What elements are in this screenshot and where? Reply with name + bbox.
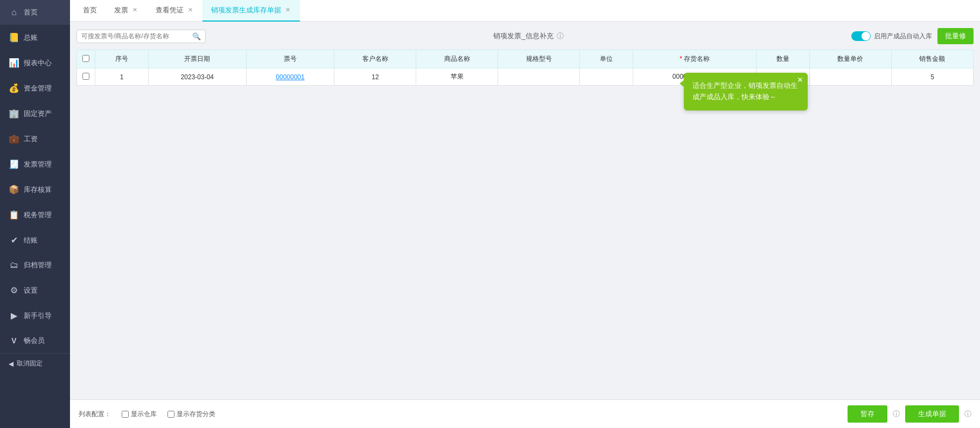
- header-customer: 客户名称: [334, 50, 416, 68]
- cancel-fixed-button[interactable]: ◀ 取消固定: [0, 353, 70, 374]
- header-number: 票号: [246, 50, 334, 68]
- invoice-number-link[interactable]: 00000001: [276, 73, 304, 81]
- tooltip-close-button[interactable]: ✕: [797, 76, 803, 84]
- tab-voucher-close[interactable]: ✕: [187, 6, 194, 13]
- sidebar-item-funds[interactable]: 💰 资金管理: [0, 75, 70, 101]
- main-area: 首页 发票 ✕ 查看凭证 ✕ 销项发票生成库存单据 ✕ 🔍 销项发票_信息补充: [70, 0, 980, 428]
- sidebar-item-label: 资金管理: [24, 84, 52, 93]
- sidebar-item-label: 库存核算: [24, 185, 52, 195]
- save-help-icon[interactable]: ⓘ: [893, 409, 900, 419]
- show-warehouse-checkbox[interactable]: [122, 411, 129, 418]
- generate-button[interactable]: 生成单据: [905, 405, 959, 423]
- tax-icon: 📋: [9, 210, 19, 220]
- tooltip-popover: ✕ 适合生产型企业，销项发票自动生成产成品入库，快来体验～: [684, 73, 808, 111]
- toggle-wrapper: 启用产成品自动入库: [851, 31, 932, 41]
- sidebar-item-label: 发票管理: [24, 160, 52, 169]
- select-all-checkbox[interactable]: [82, 55, 89, 62]
- ledger-icon: 📒: [9, 32, 19, 43]
- toolbar-center: 销项发票_信息补充 ⓘ: [493, 31, 563, 41]
- table-row: 1 2023-03-04 00000001 12 苹果 000001 苹果 个 …: [77, 68, 974, 86]
- header-qty: 数量: [756, 50, 809, 68]
- search-box[interactable]: 🔍: [76, 30, 206, 43]
- tab-salesreturn-close[interactable]: ✕: [284, 6, 291, 13]
- sidebar-item-closing[interactable]: ✔ 结账: [0, 227, 70, 253]
- show-warehouse-text: 显示仓库: [131, 410, 157, 419]
- sidebar-item-home[interactable]: ⌂ 首页: [0, 0, 70, 25]
- row-checkbox-cell: [77, 68, 95, 86]
- generate-help-icon[interactable]: ⓘ: [964, 409, 971, 419]
- sidebar-item-tax[interactable]: 📋 税务管理: [0, 202, 70, 227]
- search-input[interactable]: [81, 32, 192, 40]
- header-seq: 序号: [95, 50, 149, 68]
- toggle-label: 启用产成品自动入库: [874, 32, 932, 41]
- cancel-fixed-label: 取消固定: [17, 359, 43, 368]
- header-checkbox-cell: [77, 50, 95, 68]
- show-category-checkbox[interactable]: [167, 411, 174, 418]
- cell-amount: 5: [891, 68, 973, 86]
- show-category-label[interactable]: 显示存货分类: [167, 410, 215, 419]
- cell-product: 苹果: [416, 68, 498, 86]
- header-spec: 规格型号: [498, 50, 580, 68]
- tab-home-label: 首页: [83, 5, 97, 15]
- sidebar-item-settings[interactable]: ⚙ 设置: [0, 278, 70, 303]
- cell-customer: 12: [334, 68, 416, 86]
- sidebar-item-label: 设置: [24, 286, 38, 295]
- tab-voucher[interactable]: 查看凭证 ✕: [147, 0, 202, 22]
- bottom-actions: 暂存 ⓘ 生成单据 ⓘ: [848, 405, 971, 423]
- sidebar-item-label: 首页: [24, 8, 38, 17]
- sidebar-item-ledger[interactable]: 📒 总账: [0, 25, 70, 50]
- sidebar-item-invoice[interactable]: 🧾 发票管理: [0, 151, 70, 177]
- sidebar-item-label: 工资: [24, 134, 38, 144]
- home-icon: ⌂: [9, 8, 19, 17]
- assets-icon: 🏢: [9, 108, 19, 119]
- content-area: 🔍 销项发票_信息补充 ⓘ 启用产成品自动入库 批量修: [70, 22, 980, 399]
- sidebar-item-inventory[interactable]: 📦 库存核算: [0, 177, 70, 202]
- save-button[interactable]: 暂存: [848, 405, 887, 423]
- cancel-fixed-icon: ◀: [9, 360, 13, 368]
- sidebar-item-assets[interactable]: 🏢 固定资产: [0, 101, 70, 126]
- sidebar-item-archive[interactable]: 🗂 归档管理: [0, 253, 70, 278]
- table-header-row: 序号 开票日期 票号 客户名称 商品名称 规格型号 单位 * 存货名称 数量 数…: [77, 50, 974, 68]
- cell-number[interactable]: 00000001: [246, 68, 334, 86]
- tab-invoice-close[interactable]: ✕: [131, 6, 138, 13]
- reports-icon: 📊: [9, 58, 19, 68]
- inventory-icon: 📦: [9, 184, 19, 195]
- row-checkbox[interactable]: [82, 73, 89, 80]
- search-icon: 🔍: [192, 32, 201, 40]
- header-unit: 单位: [580, 50, 633, 68]
- header-warehouse: 数量单价: [809, 50, 891, 68]
- info-icon[interactable]: ⓘ: [557, 31, 564, 41]
- sidebar-item-label: 畅会员: [24, 336, 45, 346]
- batch-button[interactable]: 批量修: [937, 28, 974, 44]
- cell-spec: [498, 68, 580, 86]
- closing-icon: ✔: [9, 235, 19, 245]
- bottom-bar: 列表配置： 显示仓库 显示存货分类 暂存 ⓘ 生成单据 ⓘ: [70, 399, 980, 428]
- show-warehouse-label[interactable]: 显示仓库: [122, 410, 157, 419]
- sidebar-item-guide[interactable]: ▶ 新手引导: [0, 303, 70, 328]
- sidebar-item-label: 报表中心: [24, 58, 52, 68]
- tab-invoice[interactable]: 发票 ✕: [106, 0, 147, 22]
- tab-voucher-label: 查看凭证: [156, 5, 184, 15]
- archive-icon: 🗂: [9, 260, 19, 270]
- tab-salesreturn[interactable]: 销项发票生成库存单据 ✕: [202, 0, 300, 22]
- data-table: 序号 开票日期 票号 客户名称 商品名称 规格型号 单位 * 存货名称 数量 数…: [76, 50, 974, 86]
- auto-warehouse-toggle[interactable]: [851, 31, 871, 41]
- funds-icon: 💰: [9, 83, 19, 93]
- tab-invoice-label: 发票: [114, 5, 128, 15]
- sidebar-item-label: 税务管理: [24, 210, 52, 220]
- sidebar-item-payroll[interactable]: 💼 工资: [0, 126, 70, 151]
- sidebar-item-reports[interactable]: 📊 报表中心: [0, 50, 70, 75]
- toolbar-left: 🔍: [76, 30, 206, 43]
- settings-icon: ⚙: [9, 285, 19, 295]
- sidebar-item-label: 新手引导: [24, 311, 52, 321]
- show-category-text: 显示存货分类: [177, 410, 215, 419]
- vip-icon: V: [9, 336, 19, 345]
- guide-icon: ▶: [9, 310, 19, 321]
- invoice-icon: 🧾: [9, 159, 19, 169]
- sidebar-item-vip[interactable]: V 畅会员: [0, 328, 70, 353]
- toolbar-right: 启用产成品自动入库 批量修: [851, 28, 974, 44]
- tooltip-text: 适合生产型企业，销项发票自动生成产成品入库，快来体验～: [692, 81, 797, 101]
- cell-seq: 1: [95, 68, 149, 86]
- tab-home[interactable]: 首页: [74, 0, 106, 22]
- sidebar-item-label: 结账: [24, 236, 38, 245]
